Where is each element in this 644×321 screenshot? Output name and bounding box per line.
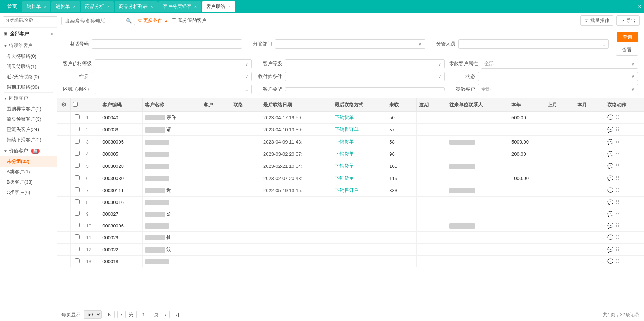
- customer-level-select[interactable]: ∨: [285, 59, 445, 68]
- gear-icon[interactable]: ⚙: [61, 102, 66, 108]
- value-customer-section[interactable]: ▼ 价值客户 🔄: [0, 145, 57, 156]
- td-last-contact-method[interactable]: 下销售订单: [332, 184, 387, 197]
- more-icon[interactable]: ⠿: [616, 247, 619, 253]
- more-icon[interactable]: ⠿: [616, 114, 619, 120]
- more-icon[interactable]: ⠿: [616, 211, 619, 217]
- page-number-input[interactable]: [136, 311, 151, 318]
- next-page-button[interactable]: ›: [162, 311, 170, 318]
- comment-icon[interactable]: 💬: [607, 187, 613, 193]
- td-last-contact-method[interactable]: 下销货单: [332, 136, 387, 148]
- tab-sales[interactable]: 销售单 ×: [22, 1, 50, 12]
- td-last-contact-method[interactable]: 下销货单: [332, 160, 387, 172]
- more-icon[interactable]: ⠿: [616, 234, 619, 240]
- tab-home[interactable]: 首页: [3, 1, 21, 12]
- customer-type-select[interactable]: [285, 87, 445, 91]
- contact-method-link[interactable]: 下销售订单: [335, 187, 359, 193]
- manager-select-dots[interactable]: ...: [601, 41, 605, 47]
- select-all-checkbox[interactable]: [73, 102, 78, 107]
- sidebar-item-overdue[interactable]: 逾期未联络(30): [0, 82, 57, 92]
- more-icon[interactable]: ⠿: [616, 139, 619, 145]
- sidebar-search-input[interactable]: [3, 16, 57, 24]
- comment-icon[interactable]: 💬: [607, 223, 613, 229]
- more-icon[interactable]: ⠿: [616, 223, 619, 229]
- td-last-contact-method[interactable]: 下销售订单: [332, 124, 387, 136]
- more-icon[interactable]: ⠿: [616, 127, 619, 133]
- contact-method-link[interactable]: 下销货单: [335, 163, 354, 169]
- manager-select[interactable]: ...: [458, 39, 609, 49]
- payment-select[interactable]: ∨: [285, 72, 445, 81]
- comment-icon[interactable]: 💬: [607, 163, 613, 169]
- row-checkbox[interactable]: [75, 199, 80, 204]
- nature-select[interactable]: ∨: [92, 72, 252, 81]
- sidebar-item-today[interactable]: 今天待联络(0): [0, 51, 57, 61]
- first-page-button[interactable]: K: [105, 311, 115, 318]
- contact-method-link[interactable]: 下销货单: [335, 139, 354, 144]
- page-size-select[interactable]: 50: [84, 310, 102, 319]
- comment-icon[interactable]: 💬: [607, 114, 613, 120]
- region-dots[interactable]: ...: [244, 87, 249, 92]
- export-button[interactable]: ↗ 导出: [616, 15, 640, 26]
- comment-icon[interactable]: 💬: [607, 139, 613, 145]
- tab-purchase-close[interactable]: ×: [73, 4, 75, 9]
- row-checkbox[interactable]: [75, 139, 80, 144]
- more-icon[interactable]: ⠿: [616, 175, 619, 181]
- comment-icon[interactable]: 💬: [607, 151, 613, 157]
- sidebar-item-declining[interactable]: 持续下滑客户(2): [0, 135, 57, 145]
- td-last-contact-method[interactable]: 下销货单: [332, 112, 387, 124]
- tab-customer-segment[interactable]: 客户分层经客 ×: [158, 1, 201, 12]
- filter-my-customers[interactable]: 我分管的客户: [172, 17, 207, 24]
- tab-purchase[interactable]: 进货单 ×: [51, 1, 80, 12]
- sidebar-item-type-b[interactable]: B类客户(33): [0, 177, 57, 187]
- retail-customer-select[interactable]: 全部 ∨: [478, 84, 638, 94]
- comment-icon[interactable]: 💬: [607, 234, 613, 240]
- sidebar-item-churned[interactable]: 已流失客户(24): [0, 124, 57, 135]
- tab-customer-contact[interactable]: 客户联络 ×: [202, 1, 235, 12]
- sidebar-item-hoarding[interactable]: 囤购异常客户(2): [0, 104, 57, 114]
- tab-customer-segment-close[interactable]: ×: [194, 4, 197, 9]
- row-checkbox[interactable]: [75, 175, 80, 180]
- tab-product-analysis[interactable]: 商品分析 ×: [81, 1, 114, 12]
- close-all-button[interactable]: ×: [638, 3, 641, 10]
- filter-search-input[interactable]: [65, 18, 124, 24]
- tab-product-analysis-list-close[interactable]: ×: [151, 4, 153, 9]
- contact-method-link[interactable]: 下销货单: [335, 151, 354, 156]
- comment-icon[interactable]: 💬: [607, 175, 613, 181]
- status-select[interactable]: ∨: [478, 72, 638, 81]
- sidebar-item-type-c[interactable]: C类客户(6): [0, 187, 57, 198]
- row-checkbox[interactable]: [75, 151, 80, 156]
- dept-select[interactable]: ∨: [275, 39, 425, 49]
- filter-search-icon[interactable]: 🔍: [126, 18, 132, 24]
- row-checkbox[interactable]: [75, 223, 80, 227]
- row-checkbox[interactable]: [75, 211, 80, 216]
- contact-method-link[interactable]: 下销售订单: [335, 127, 359, 132]
- all-customers-header[interactable]: ⊞ 全部客户 «: [0, 28, 57, 40]
- retail-attr-select[interactable]: 全部 ∨: [481, 59, 638, 69]
- more-icon[interactable]: ⠿: [616, 199, 619, 205]
- sidebar-item-week[interactable]: 近7天待联络(0): [0, 72, 57, 82]
- th-settings[interactable]: ⚙: [57, 98, 70, 112]
- more-icon[interactable]: ⠿: [616, 151, 619, 157]
- contact-method-link[interactable]: 下销货单: [335, 175, 354, 181]
- row-checkbox[interactable]: [75, 234, 80, 239]
- td-last-contact-method[interactable]: 下销货单: [332, 148, 387, 160]
- row-checkbox[interactable]: [75, 258, 80, 263]
- pending-contact-section[interactable]: ▼ 待联络客户: [0, 40, 57, 51]
- region-select[interactable]: ...: [95, 85, 252, 94]
- comment-icon[interactable]: 💬: [607, 199, 613, 205]
- price-level-select[interactable]: ∨: [95, 59, 252, 68]
- batch-operation-button[interactable]: ☑ 批量操作: [580, 15, 613, 26]
- sidebar-item-type-a[interactable]: A类客户(1): [0, 167, 57, 177]
- sidebar-item-tomorrow[interactable]: 明天待联络(1): [0, 61, 57, 72]
- row-checkbox[interactable]: [75, 163, 80, 168]
- td-last-contact-method[interactable]: 下销货单: [332, 172, 387, 184]
- problem-customer-section[interactable]: ▼ 问题客户: [0, 93, 57, 104]
- tab-customer-contact-close[interactable]: ×: [228, 4, 230, 9]
- comment-icon[interactable]: 💬: [607, 258, 613, 264]
- sidebar-item-churn-warning[interactable]: 流失预警客户(3): [0, 114, 57, 124]
- comment-icon[interactable]: 💬: [607, 247, 613, 253]
- row-checkbox[interactable]: [75, 127, 80, 131]
- last-page-button[interactable]: ›|: [173, 311, 182, 318]
- filter-more-conditions[interactable]: ▽ 更多条件 ▲: [138, 17, 169, 24]
- tab-product-analysis-list[interactable]: 商品分析列表 ×: [115, 1, 157, 12]
- filter-my-customers-checkbox[interactable]: [172, 18, 176, 23]
